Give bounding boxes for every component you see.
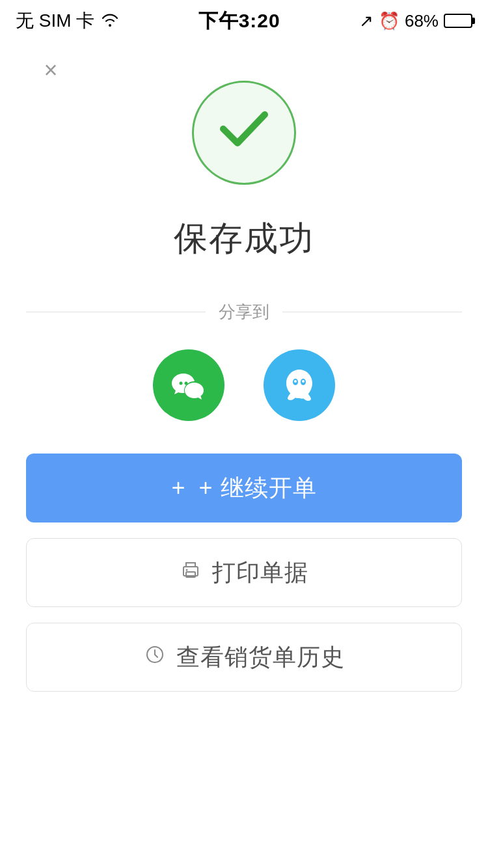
svg-point-3 <box>195 389 198 392</box>
status-left: 无 SIM 卡 <box>16 8 119 33</box>
success-circle <box>192 81 296 185</box>
share-label: 分享到 <box>219 301 269 323</box>
share-section: 分享到 <box>0 301 488 421</box>
svg-point-2 <box>191 389 193 392</box>
print-label: 打印单据 <box>212 557 308 589</box>
action-buttons: + + 继续开单 打印单据 查看销货单历史 <box>0 454 488 692</box>
history-button[interactable]: 查看销货单历史 <box>26 623 462 692</box>
wechat-icon <box>168 364 210 406</box>
no-sim-text: 无 SIM 卡 <box>16 8 94 33</box>
history-label: 查看销货单历史 <box>176 642 345 673</box>
alarm-icon: ⏰ <box>379 11 400 31</box>
success-title: 保存成功 <box>174 216 314 262</box>
battery-icon <box>444 14 472 28</box>
close-button[interactable]: × <box>33 52 69 88</box>
divider-left <box>26 312 206 312</box>
history-icon <box>144 644 166 671</box>
plus-icon: + <box>171 474 185 502</box>
checkmark-icon <box>218 107 270 159</box>
status-time: 下午3:20 <box>198 8 280 34</box>
share-qq-button[interactable] <box>264 349 335 421</box>
svg-point-10 <box>186 569 188 571</box>
continue-label: + 继续开单 <box>199 472 317 504</box>
svg-point-7 <box>302 380 305 383</box>
battery-pct: 68% <box>405 11 439 31</box>
continue-order-button[interactable]: + + 继续开单 <box>26 454 462 522</box>
svg-point-0 <box>180 382 183 385</box>
svg-point-1 <box>185 382 188 385</box>
qq-icon <box>278 364 320 406</box>
svg-point-6 <box>294 380 297 383</box>
location-icon: ↗ <box>359 11 373 31</box>
share-divider-row: 分享到 <box>26 301 462 323</box>
print-button[interactable]: 打印单据 <box>26 538 462 607</box>
status-bar: 无 SIM 卡 下午3:20 ↗ ⏰ 68% <box>0 0 488 42</box>
main-content: 保存成功 分享到 <box>0 42 488 692</box>
print-icon <box>180 559 202 586</box>
status-right: ↗ ⏰ 68% <box>359 11 472 31</box>
wifi-icon <box>101 10 119 31</box>
share-icons-row <box>26 349 462 421</box>
close-icon: × <box>44 57 57 84</box>
divider-right <box>282 312 462 312</box>
share-wechat-button[interactable] <box>153 349 224 421</box>
